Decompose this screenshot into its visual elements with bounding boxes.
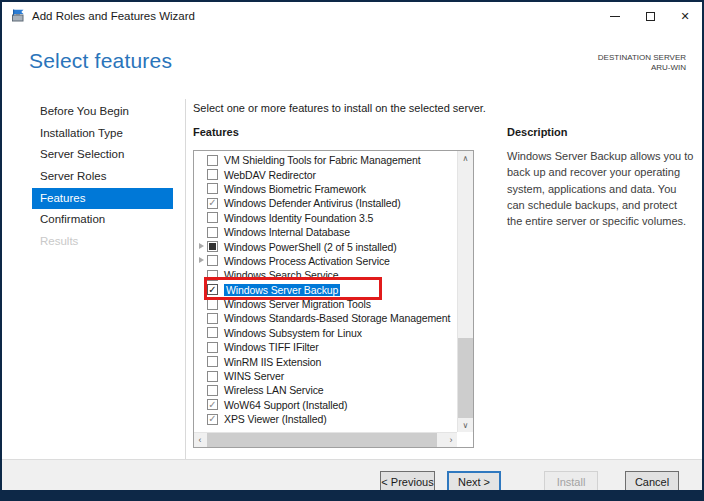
feature-list: VM Shielding Tools for Fabric Management… (193, 150, 474, 448)
expander-spacer (197, 299, 207, 309)
feature-row[interactable]: VM Shielding Tools for Fabric Management (194, 153, 457, 167)
expander-spacer (197, 385, 207, 395)
maximize-button[interactable] (643, 2, 657, 30)
expander-spacer (197, 155, 207, 165)
feature-row[interactable]: Windows PowerShell (2 of 5 installed) (194, 239, 457, 253)
description-column-label: Description (507, 126, 568, 138)
feature-checkbox[interactable]: ✓ (207, 399, 218, 410)
feature-checkbox[interactable] (207, 212, 218, 223)
feature-checkbox[interactable] (207, 255, 218, 266)
close-button[interactable]: ✕ (678, 2, 692, 30)
feature-row[interactable]: ✓WoW64 Support (Installed) (194, 398, 457, 412)
feature-label: Windows Biometric Framework (224, 183, 366, 195)
feature-checkbox[interactable] (207, 342, 218, 353)
scroll-right-icon[interactable]: › (445, 433, 457, 447)
feature-label: WinRM IIS Extension (224, 356, 321, 368)
window-bottom-border (2, 490, 702, 499)
feature-label: Windows Defender Antivirus (Installed) (224, 197, 401, 209)
cancel-button[interactable]: Cancel (625, 471, 679, 492)
feature-checkbox[interactable] (207, 327, 218, 338)
next-button[interactable]: Next > (447, 471, 501, 492)
feature-label: Windows Server Migration Tools (224, 298, 371, 310)
scroll-left-icon[interactable]: ‹ (194, 433, 206, 447)
vertical-scroll-thumb[interactable] (458, 338, 473, 418)
sidebar-item-installation-type[interactable]: Installation Type (32, 123, 173, 145)
scroll-down-icon[interactable]: ∨ (458, 418, 473, 432)
feature-checkbox[interactable] (207, 270, 218, 281)
feature-checkbox[interactable] (207, 227, 218, 238)
feature-label: Windows Subsystem for Linux (224, 327, 362, 339)
feature-row[interactable]: ✓XPS Viewer (Installed) (194, 412, 457, 426)
feature-checkbox[interactable] (207, 169, 218, 180)
expand-arrow-icon[interactable] (197, 242, 207, 252)
destination-server-name: ARU-WIN (598, 63, 686, 73)
feature-row[interactable]: Windows Process Activation Service (194, 254, 457, 268)
sidebar-item-features[interactable]: Features (32, 188, 173, 210)
feature-label: WoW64 Support (Installed) (224, 399, 347, 411)
feature-checkbox[interactable]: ✓ (207, 414, 218, 425)
sidebar-item-server-roles[interactable]: Server Roles (32, 166, 173, 188)
expand-arrow-icon[interactable] (197, 256, 207, 266)
expander-spacer (197, 285, 207, 295)
feature-row[interactable]: Windows Standards-Based Storage Manageme… (194, 311, 457, 325)
feature-label: WINS Server (224, 370, 284, 382)
sidebar-item-confirmation[interactable]: Confirmation (32, 209, 173, 231)
feature-checkbox[interactable] (207, 313, 218, 324)
feature-label: Windows Identity Foundation 3.5 (224, 212, 373, 224)
expander-spacer (197, 328, 207, 338)
instruction-text: Select one or more features to install o… (193, 102, 486, 114)
feature-row[interactable]: Wireless LAN Service (194, 383, 457, 397)
feature-checkbox[interactable] (207, 241, 218, 252)
previous-button[interactable]: < Previous (380, 471, 435, 492)
wizard-nav: Before You BeginInstallation TypeServer … (2, 101, 185, 253)
feature-row[interactable]: ✓Windows Defender Antivirus (Installed) (194, 196, 457, 210)
sidebar-item-before-you-begin[interactable]: Before You Begin (32, 101, 173, 123)
feature-row[interactable]: Windows TIFF IFilter (194, 340, 457, 354)
sidebar-separator (185, 99, 186, 459)
maximize-icon (646, 12, 655, 21)
minimize-icon (610, 16, 620, 17)
sidebar-item-server-selection[interactable]: Server Selection (32, 144, 173, 166)
feature-row[interactable]: Windows Subsystem for Linux (194, 326, 457, 340)
expander-spacer (197, 170, 207, 180)
feature-label: XPS Viewer (Installed) (224, 413, 327, 425)
feature-label: VM Shielding Tools for Fabric Management (224, 154, 421, 166)
feature-label: Windows PowerShell (2 of 5 installed) (224, 241, 397, 253)
feature-row[interactable]: WINS Server (194, 369, 457, 383)
feature-label: Windows Server Backup (224, 284, 340, 296)
window-controls: ✕ (608, 2, 692, 30)
feature-row[interactable]: Windows Internal Database (194, 225, 457, 239)
expander-spacer (197, 213, 207, 223)
install-button[interactable]: Install (544, 471, 598, 492)
add-roles-features-wizard-window: Add Roles and Features Wizard ✕ Select f… (0, 0, 704, 501)
destination-server-label: DESTINATION SERVER (598, 53, 686, 63)
minimize-button[interactable] (608, 2, 622, 30)
feature-checkbox[interactable] (207, 371, 218, 382)
horizontal-scroll-thumb[interactable] (207, 433, 437, 447)
feature-checkbox[interactable] (207, 385, 218, 396)
feature-label: Windows TIFF IFilter (224, 341, 319, 353)
feature-row[interactable]: Windows Search Service (194, 268, 457, 282)
feature-row[interactable]: Windows Server Migration Tools (194, 297, 457, 311)
feature-row[interactable]: WinRM IIS Extension (194, 354, 457, 368)
feature-row[interactable]: Windows Identity Foundation 3.5 (194, 211, 457, 225)
feature-row[interactable]: ✓Windows Server Backup (194, 283, 457, 297)
feature-checkbox[interactable] (207, 155, 218, 166)
feature-checkbox[interactable] (207, 356, 218, 367)
feature-row[interactable]: WebDAV Redirector (194, 167, 457, 181)
expander-spacer (197, 313, 207, 323)
feature-checkbox[interactable]: ✓ (207, 198, 218, 209)
horizontal-scrollbar[interactable]: ‹ › (194, 432, 457, 447)
features-column-label: Features (193, 126, 239, 138)
feature-label: Windows Standards-Based Storage Manageme… (224, 312, 450, 324)
feature-row[interactable]: Windows Biometric Framework (194, 182, 457, 196)
feature-label: Wireless LAN Service (224, 384, 324, 396)
scroll-up-icon[interactable]: ∧ (458, 151, 473, 165)
expander-spacer (197, 414, 207, 424)
vertical-scrollbar[interactable]: ∧ ∨ (457, 151, 473, 432)
feature-checkbox[interactable] (207, 183, 218, 194)
expander-spacer (197, 184, 207, 194)
feature-checkbox[interactable]: ✓ (207, 284, 218, 295)
feature-checkbox[interactable] (207, 299, 218, 310)
feature-label: Windows Internal Database (224, 226, 350, 238)
